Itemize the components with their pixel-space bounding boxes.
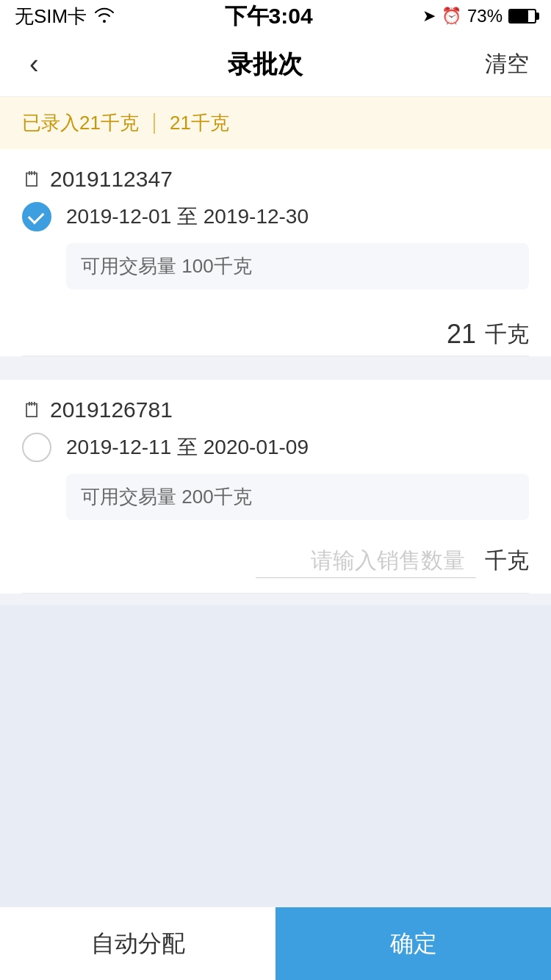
batch-icon-1: 🗒 <box>22 167 43 192</box>
batch-id-row-1: 🗒 2019112347 <box>22 167 529 192</box>
batch-id-2: 2019126781 <box>50 397 173 422</box>
batch-item-1: 🗒 2019112347 2019-12-01 至 2019-12-30 可用交… <box>0 149 551 356</box>
bottom-bar: 自动分配 确定 <box>0 907 551 980</box>
batch-date-1: 2019-12-01 至 2019-12-30 <box>66 203 309 231</box>
status-time: 下午3:04 <box>225 1 313 32</box>
batch-item-2-inner: 🗒 2019126781 2019-12-11 至 2020-01-09 可用交… <box>0 380 551 538</box>
qty-divider-2 <box>22 593 529 594</box>
qty-divider-1 <box>22 356 529 356</box>
qty-row-1: 21 千克 <box>0 307 551 350</box>
battery-label: 73% <box>467 6 503 26</box>
batch-avail-1: 可用交易量 100千克 <box>66 243 529 289</box>
status-left: 无SIM卡 <box>15 4 115 29</box>
info-divider <box>154 113 155 134</box>
radio-2[interactable] <box>22 433 51 462</box>
recorded-label: 已录入21千克 <box>22 110 139 136</box>
radio-1[interactable] <box>22 202 51 231</box>
qty-value-1: 21 <box>447 319 476 350</box>
page-title: 录批次 <box>228 48 303 82</box>
empty-area <box>0 605 551 929</box>
status-right: ➤ ⏰ 73% <box>422 6 536 26</box>
info-banner: 已录入21千克 21千克 <box>0 97 551 149</box>
battery-icon <box>508 9 536 24</box>
location-icon: ➤ <box>422 7 436 26</box>
status-bar: 无SIM卡 下午3:04 ➤ ⏰ 73% <box>0 0 551 32</box>
alarm-icon: ⏰ <box>442 7 461 26</box>
batch-date-2: 2019-12-11 至 2020-01-09 <box>66 433 309 461</box>
confirm-button[interactable]: 确定 <box>276 907 551 980</box>
wifi-icon <box>94 5 115 28</box>
clear-button[interactable]: 清空 <box>485 49 529 79</box>
batch-item-2: 🗒 2019126781 2019-12-11 至 2020-01-09 可用交… <box>0 380 551 594</box>
nav-bar: ‹ 录批次 清空 <box>0 32 551 97</box>
batch-item-1-inner: 🗒 2019112347 2019-12-01 至 2019-12-30 可用交… <box>0 149 551 307</box>
back-button[interactable]: ‹ <box>22 41 46 87</box>
qty-unit-1: 千克 <box>485 320 529 350</box>
batch-date-row-2[interactable]: 2019-12-11 至 2020-01-09 <box>22 433 529 462</box>
batch-date-row-1[interactable]: 2019-12-01 至 2019-12-30 <box>22 202 529 231</box>
qty-unit-label-2: 千克 <box>485 546 529 576</box>
batch-avail-2: 可用交易量 200千克 <box>66 474 529 520</box>
section-sep-1 <box>0 368 551 380</box>
batch-id-row-2: 🗒 2019126781 <box>22 397 529 422</box>
batch-icon-2: 🗒 <box>22 398 43 422</box>
carrier-label: 无SIM卡 <box>15 4 87 29</box>
batch-id-1: 2019112347 <box>50 167 173 192</box>
qty-input-2[interactable] <box>256 544 476 578</box>
qty-input-row-2: 千克 <box>0 538 551 593</box>
amount-label: 21千克 <box>170 110 229 136</box>
content-area: 🗒 2019112347 2019-12-01 至 2019-12-30 可用交… <box>0 149 551 980</box>
auto-distribute-button[interactable]: 自动分配 <box>0 907 276 980</box>
